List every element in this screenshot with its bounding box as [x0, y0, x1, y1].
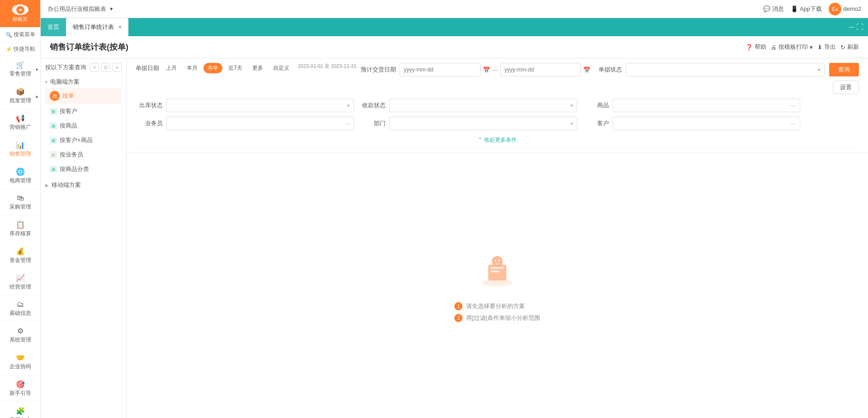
app-download-label: App下载: [800, 5, 822, 13]
scheme-bar-icon-业务员: ≡: [50, 151, 57, 158]
expected-date-end[interactable]: [500, 63, 581, 76]
help-icon: ❓: [745, 44, 753, 51]
mobile-group-label: 移动端方案: [52, 181, 81, 189]
sidebar-item-wholesale[interactable]: 📦 批发管理 ▴: [0, 83, 40, 109]
scheme-item-单[interactable]: 按 按单: [45, 88, 122, 104]
ship-status-select[interactable]: ▾: [166, 99, 354, 112]
ecommerce-icon: 🌐: [16, 167, 25, 176]
print-dropdown-icon: ▾: [810, 44, 813, 51]
operations-icon: 📈: [16, 274, 25, 282]
sidebar-item-finance[interactable]: 💰 资金管理: [0, 242, 40, 269]
sidebar-item-inventory[interactable]: 📋 库存核算: [0, 216, 40, 242]
sidebar-item-system[interactable]: ⚙ 系统管理: [0, 322, 40, 349]
date-separator: —: [492, 66, 498, 73]
date-prev-month-btn[interactable]: 上月: [162, 63, 181, 73]
query-button[interactable]: 查询: [829, 63, 859, 76]
export-button[interactable]: ⬇ 导出: [817, 43, 836, 51]
scheme-grid-icon-客户商品: ⊞: [50, 137, 57, 144]
sidebar-item-newbie[interactable]: 🎯 新手引导: [0, 375, 40, 402]
tab-close-icon[interactable]: ×: [118, 24, 122, 30]
date-range-display: 2023-01-01 至 2023-12-31: [298, 63, 357, 70]
empty-hint-2: 2 用[过滤]条件来缩小分析范围: [454, 314, 540, 322]
filter-query-actions: 查询 设置: [829, 63, 859, 94]
quick-nav-item[interactable]: ⚡ 快捷导航: [0, 43, 40, 56]
settings-scheme-button[interactable]: ⊙: [101, 63, 110, 72]
svg-rect-3: [491, 267, 504, 269]
scheme-item-客户[interactable]: ⊞ 按客户: [45, 104, 122, 118]
salesperson-select[interactable]: ···: [166, 117, 354, 130]
pay-status-select[interactable]: ▾: [389, 99, 577, 112]
collapse-panel-button[interactable]: «: [113, 63, 122, 72]
marketing-icon: 📢: [16, 114, 25, 123]
date-7days-btn[interactable]: 近7天: [224, 63, 246, 73]
doc-status-select[interactable]: ▾: [626, 63, 825, 76]
customer-dots[interactable]: ···: [791, 120, 796, 127]
mobile-group-header[interactable]: ▶ 移动端方案: [45, 179, 122, 191]
customer-label: 客户: [582, 119, 609, 128]
sidebar-item-basic[interactable]: 🗂 基础信息: [0, 296, 40, 322]
tab-bar: 首页 销售订单统计表 × ─ ⛶: [41, 18, 868, 36]
expected-date-start[interactable]: [400, 63, 480, 76]
newbie-icon: 🎯: [16, 380, 25, 389]
date-range-calendar-icon2: 📅: [583, 66, 590, 73]
goods-dots[interactable]: ···: [791, 102, 796, 109]
date-custom-btn[interactable]: 自定义: [269, 63, 293, 73]
collapse-filters-button[interactable]: ⌃ 收起更多条件: [136, 133, 859, 148]
industry-dropdown-icon: ▾: [110, 5, 113, 12]
sidebar-item-enterprise[interactable]: 🤝 企业协同: [0, 349, 40, 375]
maximize-icon[interactable]: ⛶: [856, 23, 863, 31]
message-icon: 💬: [763, 5, 770, 12]
minimize-icon[interactable]: ─: [849, 23, 854, 31]
sidebar-item-ecommerce[interactable]: 🌐 电商管理: [0, 163, 40, 190]
date-this-year-btn[interactable]: 本年: [203, 63, 222, 73]
print-icon: 🖨: [771, 44, 777, 51]
left-panel: 按以下方案查询 + ⊙ « ▾: [41, 58, 127, 418]
salesperson-dots[interactable]: ···: [345, 120, 350, 127]
desktop-group-label: 电脑端方案: [50, 78, 80, 86]
desktop-group-header[interactable]: ▾ 电脑端方案: [45, 76, 122, 88]
purchase-icon: 🛍: [17, 194, 24, 202]
messages-button[interactable]: 💬 消息: [763, 5, 784, 13]
scheme-item-商品[interactable]: ⊞ 按商品: [45, 119, 122, 133]
date-range-calendar-icon1: 📅: [483, 66, 490, 73]
sidebar-item-purchase[interactable]: 🛍 采购管理: [0, 190, 40, 216]
scheme-item-label-商品: 按商品: [60, 122, 77, 130]
header-right-actions: 💬 消息 📱 App下载 Ea demo2: [763, 3, 861, 15]
user-profile[interactable]: Ea demo2: [829, 3, 861, 15]
sidebar-item-operations[interactable]: 📈 经营管理: [0, 269, 40, 296]
goods-select[interactable]: ···: [613, 99, 800, 112]
scheme-item-商品分类[interactable]: ⊞ 按商品分类: [45, 162, 122, 176]
collapse-label: ⌃ 收起更多条件: [478, 137, 516, 143]
content-body: 按以下方案查询 + ⊙ « ▾: [41, 58, 868, 418]
refresh-button[interactable]: ↻ 刷新: [840, 43, 859, 51]
setting-button[interactable]: 设置: [833, 81, 859, 94]
hint-num-1: 1: [454, 302, 462, 310]
app-download-button[interactable]: 📱 App下载: [791, 5, 822, 13]
tab-home[interactable]: 首页: [41, 18, 66, 36]
retail-icon: 🛒: [16, 61, 25, 69]
department-select[interactable]: ▾: [389, 117, 577, 130]
sidebar-newbie-label: 新手引导: [9, 390, 31, 397]
quick-nav-label: 快捷导航: [14, 45, 35, 53]
date-more-btn[interactable]: 更多: [248, 63, 267, 73]
add-icon: +: [93, 64, 96, 71]
sidebar-enterprise-label: 企业协同: [9, 363, 31, 370]
search-menu-item[interactable]: 🔍 搜索菜单: [0, 27, 40, 43]
sidebar-item-apps[interactable]: 🧩 应用中心: [0, 402, 40, 418]
sidebar-item-sales[interactable]: 📊 销售管理: [0, 136, 40, 163]
date-this-month-btn[interactable]: 本月: [183, 63, 202, 73]
sidebar-item-marketing[interactable]: 📢 营销推广: [0, 109, 40, 136]
customer-select[interactable]: ···: [613, 117, 800, 130]
tab-sales-stats[interactable]: 销售订单统计表 ×: [66, 18, 128, 36]
scheme-item-业务员[interactable]: ≡ 按业务员: [45, 148, 122, 162]
print-button[interactable]: 🖨 按模板打印 ▾: [771, 43, 813, 51]
svg-rect-4: [491, 271, 500, 272]
scheme-item-客户商品[interactable]: ⊞ 按客户+商品: [45, 133, 122, 147]
industry-selector[interactable]: 办公用品行业模拟账表 ▾: [47, 5, 113, 13]
add-scheme-button[interactable]: +: [90, 63, 99, 72]
quick-nav-icon: ⚡: [5, 46, 12, 52]
refresh-icon: ↻: [840, 44, 845, 51]
sidebar-item-retail[interactable]: 🛒 零售管理 ▾: [0, 56, 40, 83]
scheme-grid-icon-商品分类: ⊞: [50, 166, 57, 173]
help-button[interactable]: ❓ 帮助: [745, 43, 766, 51]
